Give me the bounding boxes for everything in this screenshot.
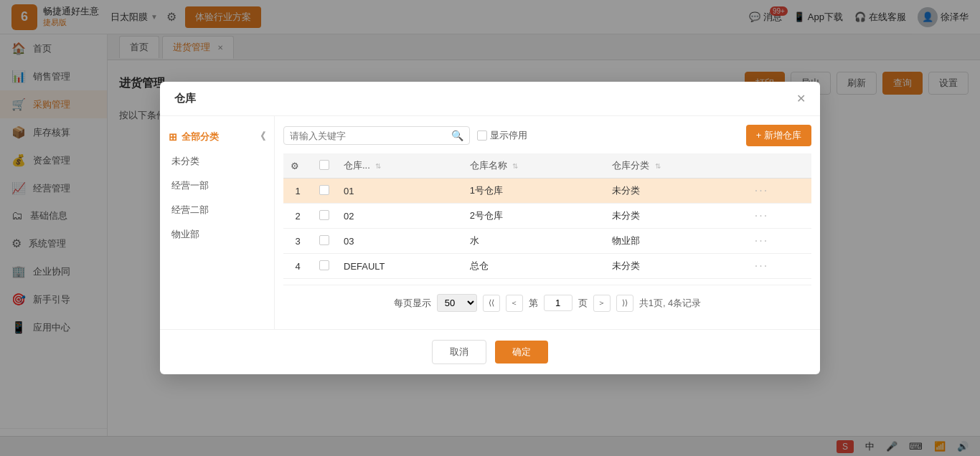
prev-page-button[interactable]: ＜ xyxy=(506,295,523,312)
row-code: 02 xyxy=(336,204,463,229)
row-checkbox-cell[interactable] xyxy=(312,179,336,204)
grid-icon: ⊞ xyxy=(169,131,177,143)
row-name: 水 xyxy=(463,229,606,254)
row-num: 2 xyxy=(283,204,312,229)
row-name: 2号仓库 xyxy=(463,204,606,229)
row-name: 总仓 xyxy=(463,254,606,279)
more-actions-icon[interactable]: ··· xyxy=(755,184,768,196)
row-code: 03 xyxy=(336,229,463,254)
modal-main: 🔍 显示停用 + 新增仓库 ⚙ xyxy=(275,116,820,329)
row-num: 1 xyxy=(283,179,312,204)
page-size-select[interactable]: 50 100 xyxy=(437,294,477,312)
sort-icon: ⇅ xyxy=(512,162,518,170)
page-word: 页 xyxy=(578,297,588,310)
row-category: 未分类 xyxy=(605,179,748,204)
add-warehouse-button[interactable]: + 新增仓库 xyxy=(746,125,811,146)
warehouse-modal: 仓库 ✕ ⊞ 全部分类 《 未分类 经营一部 经营二部 xyxy=(160,82,820,374)
collapse-icon[interactable]: 《 xyxy=(255,130,265,143)
sidebar-item-property[interactable]: 物业部 xyxy=(160,222,274,247)
sort-icon: ⇅ xyxy=(375,162,381,170)
row-category: 未分类 xyxy=(605,254,748,279)
row-name: 1号仓库 xyxy=(463,179,606,204)
cancel-button[interactable]: 取消 xyxy=(432,340,486,364)
more-actions-icon[interactable]: ··· xyxy=(755,209,768,222)
row-checkbox[interactable] xyxy=(319,235,329,245)
modal-footer: 取消 确定 xyxy=(160,329,820,374)
row-code: 01 xyxy=(336,179,463,204)
first-page-button[interactable]: ⟨⟨ xyxy=(483,295,500,312)
row-category: 物业部 xyxy=(605,229,748,254)
sidebar-item-dept1[interactable]: 经营一部 xyxy=(160,174,274,198)
row-category: 未分类 xyxy=(605,204,748,229)
row-code: DEFAULT xyxy=(336,254,463,279)
more-actions-icon[interactable]: ··· xyxy=(755,234,768,247)
row-checkbox[interactable] xyxy=(319,185,329,195)
table-container: ⚙ 仓库... ⇅ 仓库名称 ⇅ xyxy=(283,153,811,279)
row-actions[interactable]: ··· xyxy=(748,204,811,229)
table-row[interactable]: 2 02 2号仓库 未分类 ··· xyxy=(283,204,811,229)
page-number-input[interactable] xyxy=(544,295,573,311)
row-checkbox[interactable] xyxy=(319,210,329,220)
sidebar-item-dept2[interactable]: 经营二部 xyxy=(160,198,274,222)
row-checkbox-cell[interactable] xyxy=(312,204,336,229)
row-actions[interactable]: ··· xyxy=(748,229,811,254)
search-input[interactable] xyxy=(290,130,451,141)
more-actions-icon[interactable]: ··· xyxy=(755,260,768,272)
modal-title: 仓库 xyxy=(174,92,196,105)
gear-column-header[interactable]: ⚙ xyxy=(283,153,312,179)
select-all-checkbox[interactable] xyxy=(319,160,329,170)
warehouse-table: ⚙ 仓库... ⇅ 仓库名称 ⇅ xyxy=(283,153,811,279)
checkbox-column-header xyxy=(312,153,336,179)
page-word-di: 第 xyxy=(529,297,538,310)
name-column-header[interactable]: 仓库名称 ⇅ xyxy=(463,153,606,179)
show-disabled-label[interactable]: 显示停用 xyxy=(477,129,527,142)
modal-header: 仓库 ✕ xyxy=(160,82,820,116)
search-icon: 🔍 xyxy=(451,130,463,141)
table-row[interactable]: 4 DEFAULT 总仓 未分类 ··· xyxy=(283,254,811,279)
category-column-header[interactable]: 仓库分类 ⇅ xyxy=(605,153,748,179)
page-total-info: 共1页, 4条记录 xyxy=(639,297,702,310)
pagination-bar: 每页显示 50 100 ⟨⟨ ＜ 第 页 ＞ ⟩⟩ 共1页, 4条记录 xyxy=(283,285,811,320)
modal-toolbar: 🔍 显示停用 + 新增仓库 xyxy=(283,125,811,146)
sidebar-all-category[interactable]: 全部分类 xyxy=(182,130,219,143)
row-checkbox-cell[interactable] xyxy=(312,229,336,254)
table-row[interactable]: 3 03 水 物业部 ··· xyxy=(283,229,811,254)
next-page-button[interactable]: ＞ xyxy=(593,295,611,312)
sidebar-item-unclassified[interactable]: 未分类 xyxy=(160,149,274,174)
confirm-button[interactable]: 确定 xyxy=(495,341,548,364)
sort-icon: ⇅ xyxy=(655,162,661,170)
row-actions[interactable]: ··· xyxy=(748,254,811,279)
search-input-wrap: 🔍 xyxy=(283,126,470,145)
page-size-label: 每页显示 xyxy=(394,297,431,310)
row-checkbox-cell[interactable] xyxy=(312,254,336,279)
show-disabled-checkbox[interactable] xyxy=(477,130,487,141)
show-disabled-text: 显示停用 xyxy=(490,129,527,142)
row-checkbox[interactable] xyxy=(319,260,329,270)
table-row[interactable]: 1 01 1号仓库 未分类 ··· xyxy=(283,179,811,204)
modal-sidebar: ⊞ 全部分类 《 未分类 经营一部 经营二部 物业部 xyxy=(160,116,275,329)
modal-overlay: 仓库 ✕ ⊞ 全部分类 《 未分类 经营一部 经营二部 xyxy=(0,0,980,456)
modal-close-button[interactable]: ✕ xyxy=(796,92,806,105)
modal-body: ⊞ 全部分类 《 未分类 经营一部 经营二部 物业部 xyxy=(160,116,820,329)
row-num: 4 xyxy=(283,254,312,279)
modal-sidebar-header: ⊞ 全部分类 《 xyxy=(160,125,274,149)
row-actions[interactable]: ··· xyxy=(748,179,811,204)
code-column-header[interactable]: 仓库... ⇅ xyxy=(336,153,463,179)
row-num: 3 xyxy=(283,229,312,254)
last-page-button[interactable]: ⟩⟩ xyxy=(616,295,633,312)
actions-column-header xyxy=(748,153,811,179)
